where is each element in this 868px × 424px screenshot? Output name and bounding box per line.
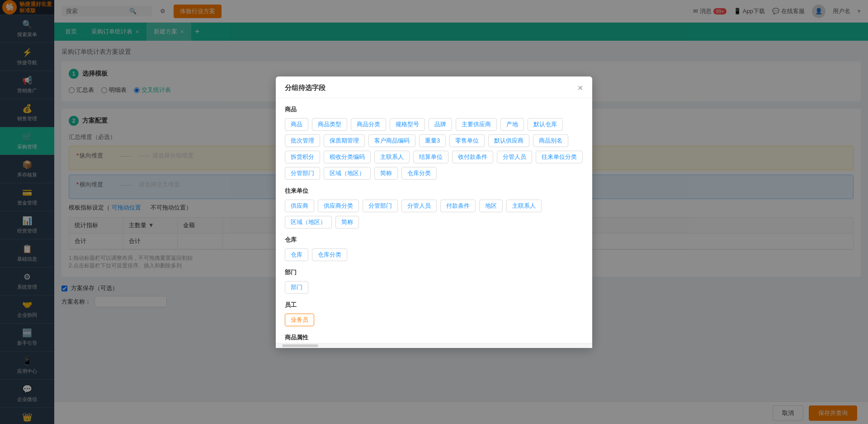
field-tag-商品分类[interactable]: 商品分类 — [351, 118, 386, 131]
field-section-员工: 员工业务员 — [285, 301, 583, 326]
modal-hscroll — [276, 343, 592, 348]
field-tag-简称[interactable]: 简称 — [335, 216, 359, 229]
field-tag-分管人员[interactable]: 分管人员 — [497, 151, 532, 163]
field-tag-分管部门[interactable]: 分管部门 — [363, 200, 398, 212]
section-title-3: 部门 — [285, 268, 583, 276]
field-tag-重量3[interactable]: 重量3 — [419, 134, 446, 147]
field-tag-零售单位[interactable]: 零售单位 — [449, 134, 485, 147]
modal-header: 分组待选字段 ✕ — [276, 76, 592, 98]
field-tag-仓库分类[interactable]: 仓库分类 — [401, 167, 437, 180]
section-title-5: 商品属性 — [285, 333, 583, 342]
field-section-往来单位: 往来单位供应商供应商分类分管部门分管人员付款条件地区主联系人区域（地区）简称 — [285, 187, 583, 229]
field-tag-规格型号[interactable]: 规格型号 — [390, 118, 425, 131]
field-tags-4: 业务员 — [285, 314, 583, 326]
field-tag-付款条件[interactable]: 付款条件 — [440, 200, 476, 212]
field-tag-业务员[interactable]: 业务员 — [285, 314, 314, 326]
field-section-部门: 部门部门 — [285, 268, 583, 294]
field-tag-收付款条件[interactable]: 收付款条件 — [452, 151, 493, 163]
field-tag-分管人员[interactable]: 分管人员 — [401, 200, 437, 212]
section-title-1: 往来单位 — [285, 187, 583, 195]
modal-close-button[interactable]: ✕ — [577, 84, 583, 92]
field-section-仓库: 仓库仓库仓库分类 — [285, 236, 583, 261]
field-tag-税收分类编码[interactable]: 税收分类编码 — [324, 151, 371, 163]
field-tag-商品别名[interactable]: 商品别名 — [533, 134, 568, 147]
section-title-2: 仓库 — [285, 236, 583, 244]
field-tags-0: 商品商品类型商品分类规格型号品牌主要供应商产地默认仓库批次管理保质期管理客户商品… — [285, 118, 583, 180]
field-select-modal: 分组待选字段 ✕ 商品商品商品类型商品分类规格型号品牌主要供应商产地默认仓库批次… — [276, 76, 592, 348]
field-tag-产地[interactable]: 产地 — [500, 118, 524, 131]
field-tag-主联系人[interactable]: 主联系人 — [506, 200, 542, 212]
field-tag-批次管理[interactable]: 批次管理 — [285, 134, 320, 147]
modal-body: 商品商品商品类型商品分类规格型号品牌主要供应商产地默认仓库批次管理保质期管理客户… — [276, 98, 592, 343]
field-tag-仓库分类[interactable]: 仓库分类 — [312, 248, 347, 261]
field-tag-往来单位分类[interactable]: 往来单位分类 — [536, 151, 583, 163]
field-tag-商品类型[interactable]: 商品类型 — [312, 118, 347, 131]
field-tag-地区[interactable]: 地区 — [479, 200, 503, 212]
field-tag-主联系人[interactable]: 主联系人 — [374, 151, 410, 163]
field-tag-默认仓库[interactable]: 默认仓库 — [528, 118, 563, 131]
section-title-4: 员工 — [285, 301, 583, 309]
field-tags-3: 部门 — [285, 281, 583, 294]
field-tag-分管部门[interactable]: 分管部门 — [285, 167, 320, 180]
field-tags-1: 供应商供应商分类分管部门分管人员付款条件地区主联系人区域（地区）简称 — [285, 200, 583, 229]
field-tag-拆货积分[interactable]: 拆货积分 — [285, 151, 320, 163]
field-tag-仓库[interactable]: 仓库 — [285, 248, 308, 261]
field-tag-保质期管理[interactable]: 保质期管理 — [324, 134, 365, 147]
modal-title: 分组待选字段 — [285, 84, 326, 92]
field-tag-区域（地区）[interactable]: 区域（地区） — [324, 167, 371, 180]
field-tag-结算单位[interactable]: 结算单位 — [413, 151, 448, 163]
field-tag-客户商品编码[interactable]: 客户商品编码 — [368, 134, 415, 147]
hscroll-thumb[interactable] — [282, 344, 318, 347]
field-section-商品属性: 商品属性属性颜色多规格尺码鞋码1 — [285, 333, 583, 343]
field-tag-供应商分类[interactable]: 供应商分类 — [318, 200, 359, 212]
field-tag-商品[interactable]: 商品 — [285, 118, 308, 131]
field-tags-2: 仓库仓库分类 — [285, 248, 583, 261]
field-tag-供应商[interactable]: 供应商 — [285, 200, 314, 212]
field-section-商品: 商品商品商品类型商品分类规格型号品牌主要供应商产地默认仓库批次管理保质期管理客户… — [285, 105, 583, 180]
field-tag-简称[interactable]: 简称 — [374, 167, 398, 180]
field-tag-区域（地区）[interactable]: 区域（地区） — [285, 216, 332, 229]
field-tag-部门[interactable]: 部门 — [285, 281, 308, 294]
section-title-0: 商品 — [285, 105, 583, 114]
field-tag-默认供应商[interactable]: 默认供应商 — [488, 134, 529, 147]
field-tag-品牌[interactable]: 品牌 — [429, 118, 452, 131]
field-tag-主要供应商[interactable]: 主要供应商 — [456, 118, 497, 131]
